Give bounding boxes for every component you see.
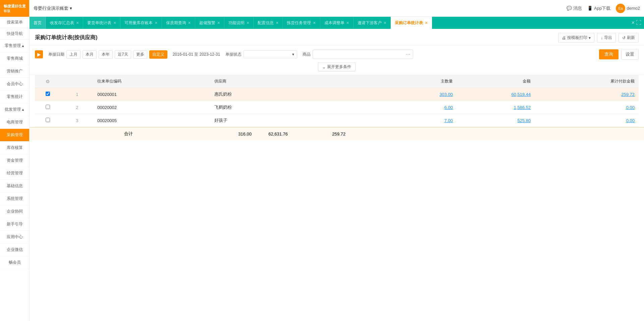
tab-warranty-query[interactable]: 保质期查询×: [162, 17, 195, 29]
last-month-btn[interactable]: 上月: [66, 50, 80, 59]
sidebar-item-marketing[interactable]: 营销推广: [0, 65, 29, 78]
sidebar: 畅捷通好生意 标版 搜索菜单 快捷导航 零售管理▲零售商城营销推广会员中心零售统…: [0, 0, 30, 321]
footer-qty: 316.00: [218, 131, 252, 137]
row-paid-0[interactable]: 259.72: [535, 88, 639, 101]
main-content: 母婴行业演示账套 ▾ 💬 消息 📱 App下载 Ea demo2 首页收发存汇总…: [30, 0, 644, 321]
filter-toggle-button[interactable]: ▶: [35, 50, 43, 58]
row-qty-1[interactable]: 6.00: [392, 101, 457, 114]
row-supplier-2: 好孩子: [210, 114, 392, 127]
tab-invite-downstream[interactable]: 邀请下游客户×: [354, 17, 391, 29]
tab-close-config-info[interactable]: ×: [276, 20, 278, 25]
row-checkbox-1[interactable]: [35, 101, 61, 114]
tab-close-picking-task[interactable]: ×: [313, 20, 316, 25]
status-select[interactable]: ▾: [244, 50, 297, 58]
sidebar-item-purchase-mgmt[interactable]: 采购管理: [0, 129, 29, 142]
sidebar-item-enterprise-collab[interactable]: 企业协同: [0, 205, 29, 218]
tab-close-requisition-stats[interactable]: ×: [113, 20, 116, 25]
tab-config-info[interactable]: 配置信息×: [254, 17, 283, 29]
row-code-0: 00020001: [93, 88, 210, 101]
tab-close-warranty-query[interactable]: ×: [188, 20, 191, 25]
tab-purchase-order-stats[interactable]: 采购订单统计表×: [391, 17, 432, 29]
sidebar-item-wholesale-mgmt[interactable]: 批发管理▲: [0, 103, 29, 116]
sidebar-item-system-mgmt[interactable]: 系统管理: [0, 193, 29, 205]
th-code: 往来单位编码: [93, 75, 210, 88]
expand-more-btn[interactable]: ⌄ 展开更多条件: [318, 62, 356, 71]
sidebar-item-app-center[interactable]: 应用中心: [0, 231, 29, 244]
chevron-down-icon: ▾: [292, 52, 294, 57]
tab-close-overstock-warning[interactable]: ×: [217, 20, 220, 25]
tab-receive-summary[interactable]: 收发存汇总表×: [46, 17, 83, 29]
sidebar-item-retail-shop[interactable]: 零售商城: [0, 52, 29, 65]
more-date-btn[interactable]: 更多: [133, 50, 147, 59]
query-button[interactable]: 查询: [599, 49, 619, 59]
tab-picking-task[interactable]: 拣货任务管理×: [283, 17, 320, 29]
sidebar-item-basic-info[interactable]: 基础信息: [0, 180, 29, 193]
row-checkbox-2[interactable]: [35, 114, 61, 127]
row-code-2: 00020005: [93, 114, 210, 127]
goods-input[interactable]: ···: [313, 50, 413, 59]
message-button[interactable]: 💬 消息: [567, 5, 582, 11]
row-paid-1[interactable]: 0.00: [535, 101, 639, 114]
table-header-row: ⚙ 往来单位编码 供应商 主数量 金额 累计付款金额: [35, 75, 639, 88]
row-qty-0[interactable]: 303.00: [392, 88, 457, 101]
this-year-btn[interactable]: 本年: [99, 50, 113, 59]
settings-button[interactable]: 设置: [621, 49, 639, 60]
tab-close-cost-adjust[interactable]: ×: [346, 20, 349, 25]
tab-label-receive-summary: 收发存汇总表: [50, 20, 74, 26]
app-download-button[interactable]: 📱 App下载: [587, 5, 610, 11]
page-actions: 🖨 按模板打印 ▾ ↓ 导出 ↺ 刷新: [558, 33, 639, 43]
tab-home[interactable]: 首页: [30, 17, 46, 29]
goods-label: 商品: [303, 52, 311, 57]
custom-date-btn[interactable]: 自定义: [149, 50, 167, 59]
tab-close-invite-downstream[interactable]: ×: [384, 20, 386, 25]
row-amount-1[interactable]: 1,586.52: [457, 101, 535, 114]
th-amount: 金额: [457, 75, 535, 88]
th-qty: 主数量: [392, 75, 457, 88]
close-all-tabs-button[interactable]: ×: [632, 20, 635, 26]
sidebar-item-vip-member[interactable]: 畅会员: [0, 256, 29, 269]
tab-close-available-inventory[interactable]: ×: [155, 20, 157, 25]
sidebar-item-new-guide[interactable]: 新手引导: [0, 218, 29, 231]
tab-label-home: 首页: [34, 20, 42, 26]
tab-available-inventory[interactable]: 可用量库存账本×: [120, 17, 162, 29]
tab-overstock-warning[interactable]: 超储预警×: [195, 17, 224, 29]
quick-nav[interactable]: 快捷导航: [0, 28, 29, 40]
user-profile[interactable]: Ea demo2: [616, 4, 640, 13]
footer-label: 合计: [124, 131, 218, 137]
tab-close-purchase-order-stats[interactable]: ×: [425, 20, 428, 25]
search-menu[interactable]: 搜索菜单: [0, 17, 29, 28]
workspace-selector[interactable]: 母婴行业演示账套 ▾: [34, 5, 72, 11]
sidebar-item-ecommerce-mgmt[interactable]: 电商管理: [0, 116, 29, 129]
row-amount-0[interactable]: 60,519.44: [457, 88, 535, 101]
sidebar-item-inventory[interactable]: 库存核算: [0, 142, 29, 154]
export-button[interactable]: ↓ 导出: [597, 33, 616, 43]
last-7days-btn[interactable]: 近7天: [115, 50, 131, 59]
refresh-button[interactable]: ↺ 刷新: [619, 33, 639, 43]
row-check-input-2[interactable]: [46, 118, 50, 122]
row-qty-2[interactable]: 7.00: [392, 114, 457, 127]
row-paid-2[interactable]: 0.00: [535, 114, 639, 127]
row-checkbox-0[interactable]: [35, 88, 61, 101]
tab-cost-adjust[interactable]: 成本调整单×: [320, 17, 354, 29]
settings-icon[interactable]: ⚙: [46, 79, 50, 84]
sidebar-menu: 零售管理▲零售商城营销推广会员中心零售统计批发管理▲电商管理采购管理库存核算资金…: [0, 40, 29, 321]
chevron-icon: ▲: [21, 44, 25, 48]
sidebar-item-member-center[interactable]: 会员中心: [0, 78, 29, 91]
maximize-button[interactable]: ⛶: [636, 20, 641, 26]
sidebar-item-retail-mgmt[interactable]: 零售管理▲: [0, 40, 29, 52]
sidebar-item-retail-stats[interactable]: 零售统计: [0, 91, 29, 103]
refresh-icon: ↺: [622, 36, 626, 40]
tab-requisition-stats[interactable]: 要货单统计表×: [83, 17, 120, 29]
table-footer: 合计 316.00 62,631.76 259.72: [30, 127, 644, 140]
sidebar-item-enterprise-wechat[interactable]: 企业微信: [0, 244, 29, 256]
row-check-input-1[interactable]: [46, 105, 50, 109]
sidebar-item-finance-mgmt[interactable]: 资金管理: [0, 154, 29, 167]
row-amount-2[interactable]: 525.80: [457, 114, 535, 127]
this-month-btn[interactable]: 本月: [83, 50, 97, 59]
row-check-input-0[interactable]: [46, 92, 50, 96]
tab-close-receive-summary[interactable]: ×: [76, 20, 79, 25]
tab-close-function-desc[interactable]: ×: [247, 20, 249, 25]
sidebar-item-operation-mgmt[interactable]: 经营管理: [0, 167, 29, 180]
tab-function-desc[interactable]: 功能说明×: [224, 17, 254, 29]
print-button[interactable]: 🖨 按模板打印 ▾: [558, 33, 594, 43]
